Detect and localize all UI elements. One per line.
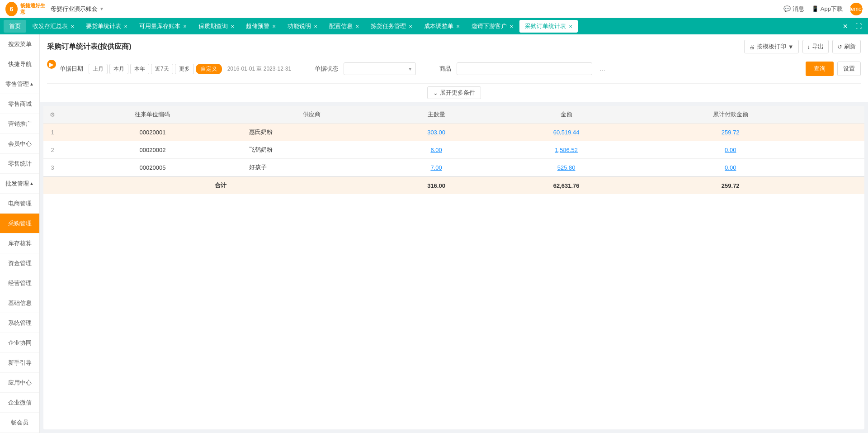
goods-filter-input[interactable] (457, 62, 592, 75)
collapse-filter-icon[interactable]: ▶ (47, 60, 56, 69)
close-tab-0-icon[interactable]: ✕ (71, 24, 74, 29)
close-tab-7-icon[interactable]: ✕ (409, 24, 412, 29)
tab-3[interactable]: 保质期查询 ✕ (193, 20, 240, 33)
close-tab-2-icon[interactable]: ✕ (183, 24, 187, 29)
close-tab-3-icon[interactable]: ✕ (231, 24, 234, 29)
sidebar-item-search[interactable]: 搜索菜单 (0, 34, 39, 54)
query-button[interactable]: 查询 (806, 62, 834, 76)
close-tab-1-icon[interactable]: ✕ (124, 24, 127, 29)
sidebar-item-retail-stats[interactable]: 零售统计 (0, 154, 39, 174)
close-tab-8-icon[interactable]: ✕ (456, 24, 460, 29)
export-button[interactable]: ↓ 导出 (802, 40, 829, 53)
date-buttons: 上月 本月 本年 近7天 更多 自定义 (89, 64, 222, 74)
close-tab-9-icon[interactable]: ✕ (509, 24, 513, 29)
sidebar-item-wechat[interactable]: 企业微信 (0, 393, 39, 413)
refresh-button[interactable]: ↺ 刷新 (832, 40, 861, 53)
status-filter-label: 单据状态 (315, 65, 338, 73)
sidebar-item-ecommerce[interactable]: 电商管理 (0, 194, 39, 214)
sidebar-item-marketing[interactable]: 营销推广 (0, 114, 39, 134)
tab-4[interactable]: 超储预警 ✕ (241, 20, 281, 33)
sidebar-item-enterprise[interactable]: 企业协同 (0, 333, 39, 353)
sidebar-item-app-center[interactable]: 应用中心 (0, 373, 39, 393)
sidebar-item-retail-mgmt[interactable]: 零售管理 ▲ (0, 74, 39, 94)
sidebar-item-purchase[interactable]: 采购管理 (0, 214, 39, 233)
tab-7[interactable]: 拣货任务管理 ✕ (365, 20, 418, 33)
row-paid-3[interactable]: 0.00 (639, 159, 821, 177)
tab-8[interactable]: 成本调整单 ✕ (419, 20, 465, 33)
table-area: ⚙ 往来单位编码 供应商 主数量 金额 累计付款金额 1 00020001 (43, 106, 864, 429)
tab-10[interactable]: 采购订单统计表 ✕ (519, 20, 578, 33)
tab-0[interactable]: 收发存汇总表 ✕ (27, 20, 80, 33)
last-7days-btn[interactable]: 近7天 (151, 64, 173, 74)
sidebar-item-retail-mall[interactable]: 零售商城 (0, 94, 39, 114)
sidebar-item-quicknav[interactable]: 快捷导航 (0, 54, 39, 74)
print-button[interactable]: 🖨 按模板打印 ▼ (744, 40, 799, 53)
sidebar-item-member[interactable]: 会员中心 (0, 134, 39, 154)
col-code: 往来单位编码 (61, 106, 244, 124)
tab-6[interactable]: 配置信息 ✕ (324, 20, 364, 33)
this-month-btn[interactable]: 本月 (109, 64, 128, 74)
close-tab-5-icon[interactable]: ✕ (314, 24, 317, 29)
page-title-row: 采购订单统计表(按供应商) 🖨 按模板打印 ▼ ↓ 导出 ↺ 刷新 (47, 40, 861, 53)
close-tab-4-icon[interactable]: ✕ (272, 24, 276, 29)
goods-filter-more-icon[interactable]: … (599, 66, 605, 72)
row-qty-3[interactable]: 7.00 (379, 159, 493, 177)
sidebar-item-system[interactable]: 系统管理 (0, 313, 39, 333)
close-all-tabs-icon[interactable]: ✕ (840, 22, 851, 31)
goods-filter-label: 商品 (439, 65, 451, 73)
sidebar-item-vip[interactable]: 畅会员 (0, 413, 39, 433)
this-year-btn[interactable]: 本年 (130, 64, 149, 74)
workspace-selector[interactable]: 母婴行业演示账套 ▼ (51, 5, 778, 13)
workspace-arrow-icon: ▼ (99, 6, 104, 11)
expand-more-button[interactable]: ⌄ 展开更多条件 (427, 86, 481, 99)
settings-button[interactable]: 设置 (837, 62, 861, 76)
status-select[interactable] (344, 62, 416, 75)
table-row: 2 00020002 飞鹤奶粉 6.00 1,586.52 0.00 (43, 141, 864, 159)
print-arrow-icon: ▼ (788, 43, 794, 50)
app-download-btn[interactable]: 📱 App下载 (811, 5, 843, 13)
close-tab-6-icon[interactable]: ✕ (355, 24, 359, 29)
sidebar-item-operations[interactable]: 经营管理 (0, 273, 39, 293)
sidebar-item-newbie[interactable]: 新手引导 (0, 353, 39, 373)
col-amount: 金额 (493, 106, 639, 124)
row-supplier-3: 好孩子 (244, 159, 379, 177)
page-actions: 🖨 按模板打印 ▼ ↓ 导出 ↺ 刷新 (744, 40, 861, 53)
row-amount-2[interactable]: 1,586.52 (493, 141, 639, 159)
tab-5[interactable]: 功能说明 ✕ (282, 20, 323, 33)
tab-home[interactable]: 首页 (4, 20, 26, 33)
row-qty-2[interactable]: 6.00 (379, 141, 493, 159)
message-btn[interactable]: 💬 消息 (783, 5, 804, 13)
avatar: demo2 (850, 3, 863, 15)
page-title: 采购订单统计表(按供应商) (47, 42, 132, 52)
row-paid-2[interactable]: 0.00 (639, 141, 821, 159)
row-qty-1[interactable]: 303.00 (379, 124, 493, 141)
app-icon: 📱 (811, 5, 819, 12)
row-supplier-1: 惠氏奶粉 (244, 124, 379, 141)
last-month-btn[interactable]: 上月 (89, 64, 108, 74)
expand-tabs-icon[interactable]: ⛶ (853, 22, 864, 31)
status-select-wrapper: ▼ (344, 62, 416, 75)
sidebar-item-basic-info[interactable]: 基础信息 (0, 293, 39, 313)
data-table: ⚙ 往来单位编码 供应商 主数量 金额 累计付款金额 1 00020001 (43, 106, 864, 194)
close-tab-10-icon[interactable]: ✕ (569, 24, 572, 29)
query-action-buttons: 查询 设置 (806, 62, 861, 76)
tab-1[interactable]: 要货单统计表 ✕ (80, 20, 133, 33)
user-avatar[interactable]: demo2 (850, 3, 863, 15)
nav-tabs: 首页 收发存汇总表 ✕ 要货单统计表 ✕ 可用量库存账本 ✕ 保质期查询 ✕ 超… (0, 18, 868, 34)
row-amount-1[interactable]: 60,519.44 (493, 124, 639, 141)
table-row: 1 00020001 惠氏奶粉 303.00 60,519.44 259.72 (43, 124, 864, 141)
row-paid-1[interactable]: 259.72 (639, 124, 821, 141)
more-dates-btn[interactable]: 更多 (175, 64, 194, 74)
sidebar-item-wholesale[interactable]: 批发管理 ▲ (0, 174, 39, 194)
sidebar-item-inventory[interactable]: 库存核算 (0, 233, 39, 253)
custom-date-btn[interactable]: 自定义 (196, 64, 222, 74)
nav-right-buttons: ✕ ⛶ (840, 22, 864, 31)
column-settings-icon[interactable]: ⚙ (50, 111, 55, 118)
sidebar-item-finance[interactable]: 资金管理 (0, 253, 39, 273)
tab-2[interactable]: 可用量库存账本 ✕ (134, 20, 192, 33)
col-extra (821, 106, 864, 124)
refresh-icon: ↺ (837, 43, 842, 50)
sidebar: 搜索菜单 快捷导航 零售管理 ▲ 零售商城 营销推广 会员中心 零售统计 批发管… (0, 34, 40, 433)
row-amount-3[interactable]: 525.80 (493, 159, 639, 177)
tab-9[interactable]: 邀请下游客户 ✕ (466, 20, 519, 33)
